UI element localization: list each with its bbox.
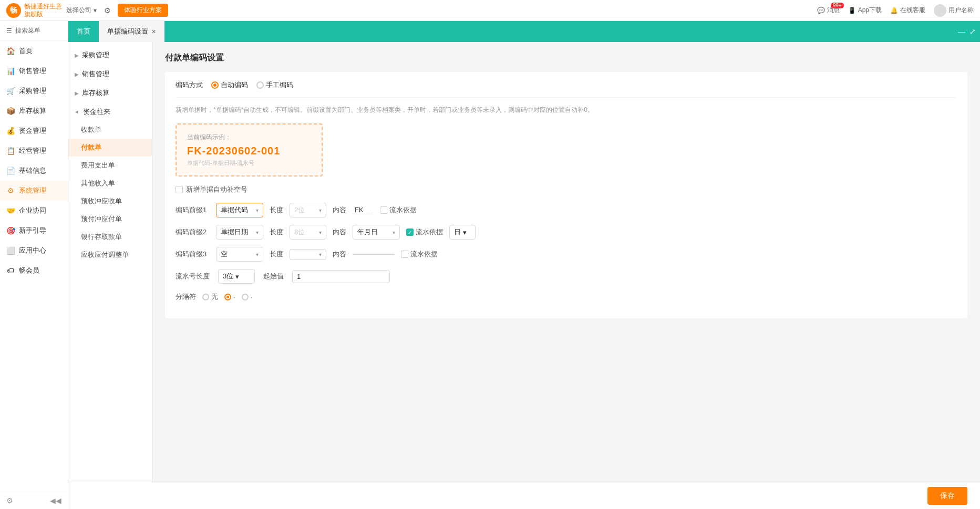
tab-bar-right: — ⤢ — [958, 27, 980, 36]
messages-button[interactable]: 💬 消息 99+ — [817, 6, 840, 15]
search-menu-button[interactable]: ☰ 搜索菜单 — [0, 21, 68, 41]
stream1-checkbox[interactable] — [380, 206, 387, 214]
company-select[interactable]: 选择公司 ▾ — [66, 6, 97, 15]
length3-select[interactable]: ▾ — [290, 249, 326, 260]
encoding-method-row: 编码方式 自动编码 手工编码 — [176, 80, 957, 98]
sidebar-item-home[interactable]: 🏠 首页 — [0, 41, 68, 61]
prefix1-select[interactable]: 单据代码 ▾ — [216, 203, 263, 217]
online-service-button[interactable]: 🔔 在线客服 — [890, 6, 925, 15]
tab-home[interactable]: 首页 — [68, 21, 99, 42]
prefix3-select[interactable]: 空 ▾ — [216, 247, 263, 262]
sidebar-item-finance[interactable]: 💰 资金管理 — [0, 121, 68, 141]
length2-select[interactable]: 8位 ▾ — [290, 225, 326, 240]
chevron-down-icon: ▾ — [463, 228, 467, 236]
sub-nav-item-receipt[interactable]: 收款单 — [68, 121, 152, 139]
serial-row: 流水号长度 3位 ▾ 起始值 — [176, 269, 957, 284]
stream2-checkbox-row: ✓ 流水依据 — [406, 227, 443, 237]
auto-fill-checkbox[interactable] — [176, 186, 183, 193]
length1-select[interactable]: 2位 ▾ — [290, 203, 326, 217]
serial-length-label: 流水号长度 — [176, 272, 210, 281]
sub-nav-group-sales: ▶ 销售管理 — [68, 65, 152, 83]
sales-icon: 📊 — [6, 67, 15, 75]
chevron-down-icon[interactable]: ▾ — [94, 7, 97, 14]
top-bar-controls: 选择公司 ▾ ⚙ 体验行业方案 — [66, 4, 168, 17]
arrow-down-icon: ▼ — [74, 109, 80, 115]
stream1-label: 流水依据 — [389, 205, 417, 215]
top-bar-right: 💬 消息 99+ 📱 App下载 🔔 在线客服 用户名称 — [817, 4, 974, 17]
tab-close-icon[interactable]: ✕ — [151, 28, 156, 35]
encoding-card: 编码方式 自动编码 手工编码 — [165, 72, 967, 318]
settings-icon[interactable]: ⚙ — [101, 4, 114, 17]
content3-label: 内容 — [333, 250, 346, 259]
sub-nav-header-funds[interactable]: ▼ 资金往来 — [68, 103, 152, 121]
sub-nav-group-inventory: ▶ 库存核算 — [68, 84, 152, 102]
sidebar: ☰ 搜索菜单 🏠 首页 📊 销售管理 🛒 采购管理 📦 库存核算 💰 资 — [0, 21, 68, 509]
appcenter-icon: ⬜ — [6, 246, 15, 255]
service-icon: 🔔 — [890, 7, 898, 14]
sidebar-item-basicinfo[interactable]: 📄 基础信息 — [0, 161, 68, 181]
sub-nav-item-expense[interactable]: 费用支出单 — [68, 157, 152, 174]
stream2-checkbox[interactable]: ✓ — [406, 228, 414, 236]
app-download-button[interactable]: 📱 App下载 — [848, 6, 882, 15]
day-select[interactable]: 日 ▾ — [449, 225, 476, 240]
content2-select[interactable]: 年月日 ▾ — [353, 225, 400, 240]
radio-manual-encoding[interactable]: 手工编码 — [256, 80, 293, 90]
sub-sidebar: ▶ 采购管理 ▶ 销售管理 ▶ 库存核算 — [68, 42, 152, 482]
trial-button[interactable]: 体验行业方案 — [118, 4, 168, 17]
sub-nav-header-purchase[interactable]: ▶ 采购管理 — [68, 46, 152, 64]
length3-label: 长度 — [270, 250, 283, 259]
sub-nav-header-inventory[interactable]: ▶ 库存核算 — [68, 84, 152, 102]
sidebar-item-sales[interactable]: 📊 销售管理 — [0, 61, 68, 81]
sub-nav-item-other-income[interactable]: 其他收入单 — [68, 174, 152, 192]
sidebar-item-guide[interactable]: 🎯 新手引导 — [0, 221, 68, 241]
save-button[interactable]: 保存 — [927, 487, 967, 505]
bottom-bar: 保存 — [68, 482, 980, 509]
sub-nav-item-payment[interactable]: 付款单 — [68, 139, 152, 157]
radio-dot-auto — [211, 81, 219, 89]
brand-icon: 畅 — [6, 3, 21, 18]
start-value-label: 起始值 — [263, 272, 284, 281]
sub-nav-item-advance-offset[interactable]: 预付冲应付单 — [68, 210, 152, 228]
chevron-down-icon: ▾ — [319, 207, 322, 213]
sidebar-item-system[interactable]: ⚙ 系统管理 — [0, 181, 68, 201]
hint-text: 新增单据时，*单据编码*自动生成，不可编辑。前缀设置为部门、业务员等档案类，开单… — [176, 105, 957, 115]
chevron-down-icon: ▾ — [235, 273, 239, 281]
content-area: ▶ 采购管理 ▶ 销售管理 ▶ 库存核算 — [68, 42, 980, 482]
sidebar-item-operations[interactable]: 📋 经营管理 — [0, 141, 68, 161]
tab-minimize-icon[interactable]: — — [958, 27, 965, 36]
preview-label: 当前编码示例： — [187, 133, 311, 142]
serial-length-select[interactable]: 3位 ▾ — [218, 269, 255, 284]
user-name: 用户名称 — [948, 6, 974, 15]
sep-option-dot1[interactable]: · — [224, 293, 235, 301]
main-content: 付款单编码设置 编码方式 自动编码 手工编码 — [152, 42, 980, 482]
collapse-icon[interactable]: ◀◀ — [50, 496, 61, 505]
arrow-icon: ▶ — [75, 53, 79, 58]
settings-bottom-icon[interactable]: ⚙ — [6, 496, 13, 505]
content2-label: 内容 — [333, 227, 346, 237]
sep-option-dot2[interactable]: · — [242, 293, 253, 301]
separator-options: 无 · · — [202, 292, 252, 302]
sidebar-item-member[interactable]: 🏷 畅会员 — [0, 261, 68, 281]
sidebar-item-inventory[interactable]: 📦 库存核算 — [0, 101, 68, 121]
stream1-checkbox-row: 流水依据 — [380, 205, 417, 215]
sidebar-item-cooperation[interactable]: 🤝 企业协同 — [0, 201, 68, 221]
prefix2-select[interactable]: 单据日期 ▾ — [216, 225, 263, 240]
top-bar: 畅 畅捷通好生意 旗舰版 选择公司 ▾ ⚙ 体验行业方案 💬 消息 99+ 📱 … — [0, 0, 980, 21]
guide-icon: 🎯 — [6, 226, 15, 235]
sep-option-none[interactable]: 无 — [202, 292, 218, 302]
tab-encoding-settings[interactable]: 单据编码设置 ✕ — [99, 21, 164, 42]
user-menu[interactable]: 用户名称 — [934, 4, 974, 17]
sidebar-item-appcenter[interactable]: ⬜ 应用中心 — [0, 241, 68, 261]
chevron-down-icon: ▾ — [256, 230, 259, 235]
preview-sublabel: 单据代码-单据日期-流水号 — [187, 159, 311, 167]
stream3-checkbox[interactable] — [401, 251, 408, 258]
radio-auto-encoding[interactable]: 自动编码 — [211, 80, 248, 90]
sub-nav-item-ar-ap-adjust[interactable]: 应收应付调整单 — [68, 246, 152, 264]
start-value-input[interactable] — [292, 270, 390, 283]
sidebar-item-purchase[interactable]: 🛒 采购管理 — [0, 81, 68, 101]
encoding-method-label: 编码方式 — [176, 80, 203, 90]
sub-nav-item-prepaid-offset[interactable]: 预收冲应收单 — [68, 192, 152, 210]
tab-expand-icon[interactable]: ⤢ — [969, 27, 976, 36]
sub-nav-header-sales[interactable]: ▶ 销售管理 — [68, 65, 152, 83]
sub-nav-item-bank[interactable]: 银行存取款单 — [68, 228, 152, 246]
